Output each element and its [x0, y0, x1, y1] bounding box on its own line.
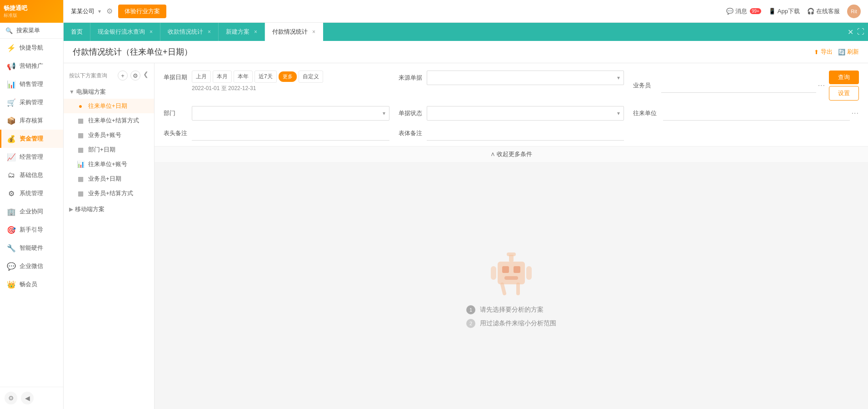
- scheme-group-mobile-header[interactable]: ▶ 移动端方案: [64, 202, 154, 216]
- sidebar-collapse-btn[interactable]: ◀: [21, 392, 34, 404]
- sidebar-item-marketing[interactable]: 📢 营销推广: [0, 57, 63, 75]
- sidebar-item-operation[interactable]: 📈 经营管理: [0, 148, 63, 166]
- scheme-item-dept-date[interactable]: ▦ 部门+日期: [64, 142, 154, 157]
- sidebar-item-member[interactable]: 👑 畅会员: [0, 275, 63, 293]
- sidebar-item-quick-nav[interactable]: ⚡ 快捷导航: [0, 39, 63, 57]
- enterprise-icon: 🏢: [7, 207, 16, 216]
- query-btn[interactable]: 查询: [829, 71, 859, 84]
- sidebar-item-system[interactable]: ⚙ 系统管理: [0, 184, 63, 202]
- refresh-btn[interactable]: 🔄 刷新: [838, 48, 859, 56]
- scheme-group-mobile-label: 移动端方案: [75, 205, 105, 213]
- scheme-group-desktop-header[interactable]: ▼ 电脑端方案: [64, 85, 154, 99]
- scheme-item-salesman-date[interactable]: ▦ 业务员+日期: [64, 172, 154, 186]
- tab-new-scheme[interactable]: 新建方案 ×: [219, 23, 265, 41]
- notification-badge: 99+: [750, 8, 761, 14]
- topbar-online-service[interactable]: 🎧 在线客服: [807, 7, 840, 15]
- date-btn-last-7-days[interactable]: 近7天: [254, 71, 277, 83]
- scheme-grid-icon5: ▦: [76, 189, 85, 197]
- collapse-more-btn[interactable]: ∧ 收起更多条件: [155, 146, 868, 162]
- sidebar-settings-btn[interactable]: ⚙: [5, 392, 17, 404]
- sidebar-search-item[interactable]: 🔍 搜索菜单: [0, 23, 63, 39]
- topbar-user-avatar[interactable]: Rit: [847, 5, 861, 18]
- date-btn-last-month[interactable]: 上月: [192, 71, 211, 83]
- date-label: 单据日期: [164, 71, 192, 81]
- sidebar-item-purchase[interactable]: 🛒 采购管理: [0, 93, 63, 111]
- topbar-company-dropdown[interactable]: ▾: [98, 8, 101, 15]
- settings-icon: ⚙: [8, 394, 14, 402]
- svg-rect-5: [507, 252, 516, 256]
- scheme-item-salesman-settlement[interactable]: ▦ 业务员+结算方式: [64, 186, 154, 201]
- sidebar-item-newbie[interactable]: 🎯 新手引导: [0, 221, 63, 239]
- source-doc-select[interactable]: ▾: [427, 71, 624, 85]
- svg-rect-2: [514, 266, 520, 273]
- doc-status-select[interactable]: ▾: [427, 106, 624, 121]
- date-btn-this-year[interactable]: 本年: [234, 71, 253, 83]
- tab-payment-stats[interactable]: 付款情况统计 ×: [265, 23, 323, 41]
- sidebar-item-enterprise[interactable]: 🏢 企业协同: [0, 202, 63, 221]
- sidebar-header: 畅捷通吧 标准版: [0, 0, 63, 23]
- filter-salesman-cell: 业务员 ··· 查询 设置: [633, 71, 859, 101]
- member-icon: 👑: [7, 280, 16, 289]
- scheme-item-counterpart-date[interactable]: ● 往来单位+日期: [64, 99, 154, 113]
- filter-row-2: 部门 ▾ 单据状态 ▾: [164, 106, 859, 121]
- filter-doc-status-cell: 单据状态 ▾: [399, 106, 624, 121]
- tabbar: 首页 现金银行流水查询 × 收款情况统计 × 新建方案 × 付款情况统计 × ✕…: [64, 23, 868, 41]
- topbar-trial-btn[interactable]: 体验行业方案: [118, 5, 166, 18]
- scheme-grid-icon: ▦: [76, 116, 85, 125]
- sidebar-search-label: 搜索菜单: [16, 26, 40, 35]
- counterpart-dots-btn[interactable]: ···: [852, 109, 859, 117]
- tab-bank-flow[interactable]: 现金银行流水查询 ×: [90, 23, 160, 41]
- topbar-notification[interactable]: 💬 消息 99+: [726, 7, 761, 15]
- scheme-bar-icon: 📊: [76, 160, 85, 168]
- tab-bank-flow-label: 现金银行流水查询: [98, 28, 145, 36]
- tab-home[interactable]: 首页: [64, 23, 90, 41]
- topbar-settings-icon[interactable]: ⚙: [106, 7, 113, 15]
- export-btn[interactable]: ⬆ 导出: [814, 48, 833, 56]
- sidebar-item-hardware[interactable]: 🔧 智能硬件: [0, 239, 63, 257]
- tab-bank-flow-close[interactable]: ×: [150, 29, 153, 35]
- scheme-item-salesman-account[interactable]: ▦ 业务员+账号: [64, 128, 154, 142]
- empty-hint-2: 2 用过滤条件来缩小分析范围: [466, 319, 556, 328]
- sidebar-item-wechat[interactable]: 💬 企业微信: [0, 257, 63, 275]
- salesman-dots-btn[interactable]: ···: [818, 81, 825, 90]
- sidebar-footer: ⚙ ◀: [0, 387, 63, 409]
- header-note-input[interactable]: [192, 126, 389, 141]
- filter-form: 单据日期 上月 本月 本年 近7天 更多 自定义: [155, 63, 868, 162]
- date-btn-custom[interactable]: 自定义: [299, 71, 323, 83]
- scheme-collapse-btn[interactable]: ❮: [143, 71, 149, 81]
- salesman-input[interactable]: [661, 78, 816, 93]
- tabbar-close-btn[interactable]: ✕: [848, 28, 853, 36]
- source-doc-arrow: ▾: [617, 75, 620, 81]
- svg-rect-3: [504, 276, 518, 280]
- dept-select[interactable]: ▾: [192, 106, 389, 121]
- counterpart-input[interactable]: [663, 106, 849, 121]
- body-note-input[interactable]: [427, 126, 624, 141]
- settings-btn[interactable]: 设置: [829, 86, 859, 101]
- sidebar-item-basic-info[interactable]: 🗂 基础信息: [0, 166, 63, 184]
- scheme-item-counterpart-account[interactable]: 📊 往来单位+账号: [64, 157, 154, 172]
- header-note-label: 表头备注: [164, 129, 192, 137]
- sidebar-item-inventory[interactable]: 📦 库存核算: [0, 111, 63, 130]
- svg-rect-6: [491, 266, 496, 280]
- sidebar-item-sales[interactable]: 📊 销售管理: [0, 75, 63, 93]
- date-btn-more[interactable]: 更多: [279, 71, 297, 82]
- tab-payment-stats-close[interactable]: ×: [312, 29, 315, 35]
- capital-icon: 💰: [7, 134, 16, 143]
- sidebar-item-capital[interactable]: 💰 资金管理: [0, 130, 63, 148]
- hint-num-1: 1: [466, 305, 475, 314]
- topbar-app-download[interactable]: 📱 App下载: [768, 7, 800, 15]
- source-doc-label: 来源单据: [399, 74, 427, 82]
- salesman-input-area: ···: [661, 78, 825, 93]
- operation-icon: 📈: [7, 152, 16, 162]
- tab-collection-stats-close[interactable]: ×: [208, 29, 211, 35]
- scheme-add-btn[interactable]: +: [118, 71, 128, 81]
- topbar-company-name: 某某公司: [71, 7, 95, 15]
- source-doc-input-area: ▾: [427, 71, 624, 85]
- page-header-actions: ⬆ 导出 🔄 刷新: [814, 48, 859, 56]
- scheme-item-counterpart-settlement[interactable]: ▦ 往来单位+结算方式: [64, 113, 154, 128]
- tab-new-scheme-close[interactable]: ×: [254, 29, 257, 35]
- scheme-settings-btn[interactable]: ⚙: [130, 71, 140, 81]
- tabbar-expand-btn[interactable]: ⛶: [857, 28, 864, 36]
- tab-collection-stats[interactable]: 收款情况统计 ×: [160, 23, 219, 41]
- date-btn-this-month[interactable]: 本月: [213, 71, 232, 83]
